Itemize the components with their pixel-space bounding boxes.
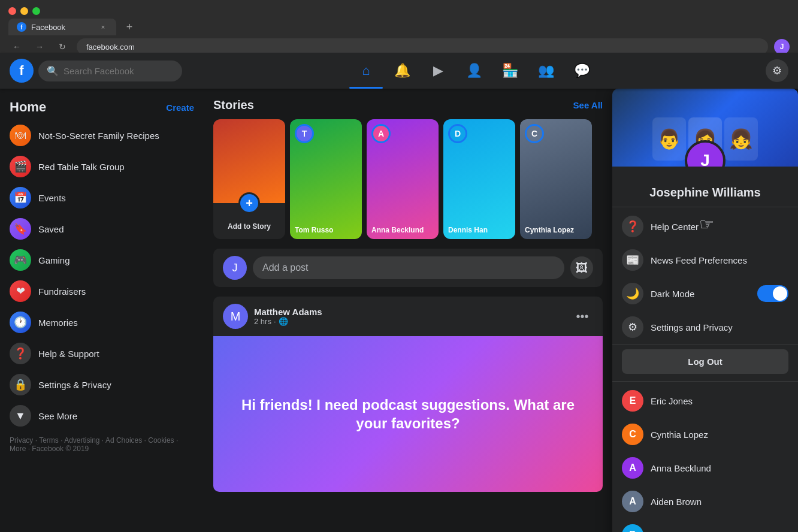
maximize-window-button[interactable] bbox=[32, 7, 40, 15]
facebook-app: f 🔍 ⌂ 🔔 ▶ 👤 🏪 👥 💬 bbox=[0, 53, 798, 532]
sidebar-item-settings-privacy[interactable]: 🔒 Settings & Privacy bbox=[5, 369, 199, 400]
red-table-icon: 🎬 bbox=[10, 156, 31, 177]
more-link[interactable]: More bbox=[10, 445, 26, 453]
sidebar-item-fundraisers[interactable]: ❤ Fundraisers bbox=[5, 276, 199, 307]
friend-name-betty: Betty Chen bbox=[651, 530, 695, 533]
friend-item-aiden[interactable]: A Aiden Brown bbox=[612, 485, 798, 518]
messenger-icon: 💬 bbox=[574, 63, 590, 78]
friends-list: E Eric Jones C Cynthia Lopez A Anna Beck… bbox=[612, 384, 798, 532]
friend-avatar-aiden: A bbox=[622, 491, 643, 512]
family-recipes-icon: 🍽 bbox=[10, 125, 31, 146]
story-card-anna[interactable]: A Anna Becklund bbox=[367, 119, 439, 239]
nav-groups[interactable]: 👥 bbox=[529, 56, 563, 85]
story-card-add[interactable]: + Add to Story bbox=[213, 119, 285, 239]
logout-button[interactable]: Log Out bbox=[622, 349, 788, 374]
story-card-cynthia[interactable]: C Cynthia Lopez bbox=[520, 119, 592, 239]
story-name-cynthia: Cynthia Lopez bbox=[525, 226, 590, 234]
dark-mode-icon: 🌙 bbox=[622, 283, 643, 304]
right-nav: ⚙ bbox=[766, 59, 788, 82]
news-feed-label: News Feed Preferences bbox=[651, 255, 747, 265]
friend-avatar-cynthia: C bbox=[622, 424, 643, 445]
add-photo-button[interactable]: 🖼 bbox=[570, 256, 593, 279]
sidebar-item-saved[interactable]: 🔖 Saved bbox=[5, 213, 199, 244]
dropdown-cover: 👨 👩 👧 J bbox=[612, 89, 798, 167]
close-window-button[interactable] bbox=[8, 7, 16, 15]
photo-icon: 🖼 bbox=[576, 261, 588, 275]
search-input[interactable] bbox=[64, 66, 174, 76]
new-tab-button[interactable]: + bbox=[121, 19, 138, 35]
sidebar-item-memories[interactable]: 🕐 Memories bbox=[5, 307, 199, 338]
cover-person-3: 👧 bbox=[724, 117, 758, 161]
dropdown-item-dark-mode[interactable]: 🌙 Dark Mode bbox=[612, 277, 798, 310]
browser-chrome: f Facebook × + ← → ↻ J bbox=[0, 0, 798, 53]
sidebar-item-label: Fundraisers bbox=[38, 286, 86, 297]
tab-close-button[interactable]: × bbox=[98, 22, 108, 32]
notifications-icon: 🔔 bbox=[394, 63, 410, 78]
dark-mode-toggle[interactable] bbox=[757, 285, 788, 302]
sidebar-item-family-recipes[interactable]: 🍽 Not-So-Secret Family Recipes bbox=[5, 120, 199, 151]
friend-avatar-anna: A bbox=[622, 457, 643, 479]
post-separator: · bbox=[274, 317, 276, 326]
gaming-icon: 🎮 bbox=[10, 249, 31, 271]
friend-item-betty[interactable]: B Betty Chen bbox=[612, 518, 798, 532]
nav-messenger[interactable]: 💬 bbox=[565, 56, 598, 85]
dropdown-item-help-center[interactable]: ❓ Help Center bbox=[612, 210, 798, 243]
facebook-favicon: f bbox=[17, 22, 26, 32]
create-button[interactable]: Create bbox=[166, 102, 194, 113]
search-icon: 🔍 bbox=[47, 65, 59, 77]
friend-item-eric[interactable]: E Eric Jones bbox=[612, 384, 798, 418]
sidebar-item-gaming[interactable]: 🎮 Gaming bbox=[5, 244, 199, 276]
sidebar-section-header: Home Create bbox=[5, 95, 199, 120]
profile-icon: 👤 bbox=[466, 63, 482, 78]
story-card-tom[interactable]: T Tom Russo bbox=[290, 119, 362, 239]
post-card: M Matthew Adams 2 hrs · 🌐 ••• Hi friends… bbox=[213, 297, 603, 492]
terms-link[interactable]: Terms bbox=[39, 436, 59, 445]
nav-notifications[interactable]: 🔔 bbox=[385, 56, 419, 85]
sidebar-item-label: Events bbox=[38, 193, 66, 203]
nav-marketplace[interactable]: 🏪 bbox=[493, 56, 527, 85]
stories-row: + Add to Story T Tom Russo A bbox=[213, 119, 603, 239]
settings-button[interactable]: ⚙ bbox=[766, 59, 788, 82]
nav-profile[interactable]: 👤 bbox=[457, 56, 491, 85]
friend-item-cynthia[interactable]: C Cynthia Lopez bbox=[612, 418, 798, 451]
post-more-button[interactable]: ••• bbox=[572, 306, 593, 327]
sidebar-item-help-support[interactable]: ❓ Help & Support bbox=[5, 338, 199, 369]
home-icon: ⌂ bbox=[362, 63, 370, 78]
nav-watch[interactable]: ▶ bbox=[421, 56, 455, 85]
sidebar-item-see-more[interactable]: ▼ See More bbox=[5, 400, 199, 431]
story-card-dennis[interactable]: D Dennis Han bbox=[443, 119, 515, 239]
dropdown-item-news-feed[interactable]: 📰 News Feed Preferences bbox=[612, 243, 798, 277]
privacy-link[interactable]: Privacy bbox=[10, 436, 33, 445]
friend-name-aiden: Aiden Brown bbox=[651, 497, 702, 507]
story-name-anna: Anna Becklund bbox=[371, 226, 436, 234]
friend-item-anna[interactable]: A Anna Becklund bbox=[612, 451, 798, 485]
browser-tab-facebook[interactable]: f Facebook × bbox=[8, 19, 116, 35]
cover-person-1: 👨 bbox=[652, 117, 686, 161]
sidebar-item-label: Not-So-Secret Family Recipes bbox=[38, 131, 159, 141]
sidebar-item-label: See More bbox=[38, 411, 77, 421]
sidebar-item-red-table[interactable]: 🎬 Red Table Talk Group bbox=[5, 151, 199, 182]
add-post-input[interactable]: Add a post bbox=[253, 256, 564, 279]
sidebar-item-label: Red Table Talk Group bbox=[38, 162, 125, 172]
search-bar-container[interactable]: 🔍 bbox=[38, 61, 182, 81]
sidebar-item-events[interactable]: 📅 Events bbox=[5, 182, 199, 213]
friend-name-anna: Anna Becklund bbox=[651, 463, 711, 473]
ad-choices-link[interactable]: Ad Choices bbox=[105, 436, 142, 445]
gear-icon: ⚙ bbox=[772, 64, 782, 77]
user-dropdown-panel: 👨 👩 👧 J Josephine Williams bbox=[612, 89, 798, 532]
news-feed-icon: 📰 bbox=[622, 249, 643, 271]
tab-title: Facebook bbox=[31, 23, 65, 32]
help-center-label: Help Center bbox=[651, 222, 699, 232]
cookies-link[interactable]: Cookies bbox=[148, 436, 174, 445]
events-icon: 📅 bbox=[10, 187, 31, 208]
minimize-window-button[interactable] bbox=[20, 7, 28, 15]
groups-icon: 👥 bbox=[538, 63, 554, 78]
see-all-button[interactable]: See All bbox=[573, 100, 603, 110]
nav-home[interactable]: ⌂ bbox=[349, 56, 383, 85]
create-post-box: J Add a post 🖼 bbox=[213, 249, 603, 287]
advertising-link[interactable]: Advertising bbox=[64, 436, 99, 445]
dropdown-item-settings-privacy[interactable]: ⚙ Settings and Privacy bbox=[612, 310, 798, 344]
memories-icon: 🕐 bbox=[10, 312, 31, 333]
divider-2 bbox=[612, 344, 798, 344]
post-header: M Matthew Adams 2 hrs · 🌐 ••• bbox=[213, 297, 603, 336]
